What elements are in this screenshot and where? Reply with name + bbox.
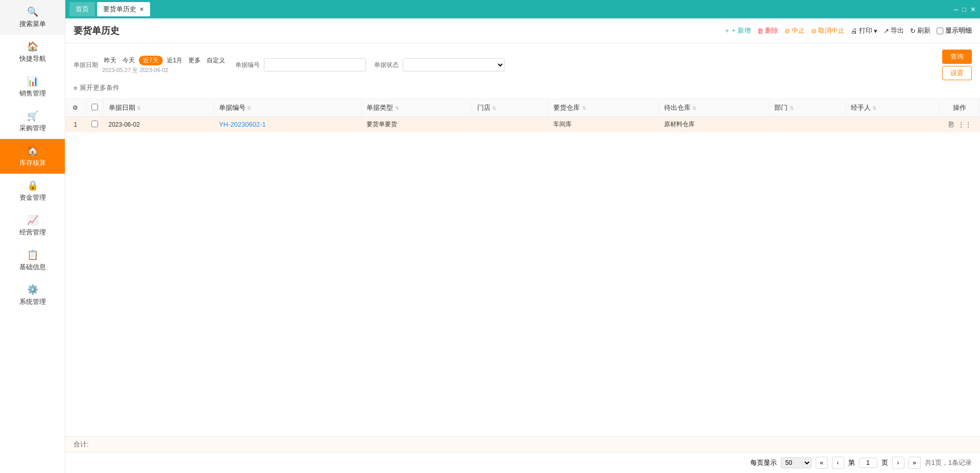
last-page-button[interactable]: »	[909, 457, 921, 469]
delete-button[interactable]: 🗑 删除	[757, 26, 778, 35]
sidebar-item-quick-nav[interactable]: 🏠 快捷导航	[0, 35, 65, 69]
refresh-button[interactable]: ↻ 刷新	[910, 26, 930, 35]
sales-icon: 📊	[27, 76, 38, 87]
page-size-select[interactable]: 50 100 200	[781, 457, 812, 468]
purchase-icon: 🛒	[27, 110, 38, 122]
sort-icon-pending-warehouse: ⇅	[692, 105, 696, 111]
col-pending-warehouse[interactable]: 待出仓库 ⇅	[658, 99, 769, 117]
new-label: + 新增	[732, 26, 751, 35]
tab-requisition-history[interactable]: 要货单历史 ✕	[97, 2, 150, 16]
system-icon: ⚙️	[27, 284, 38, 295]
sidebar-item-purchase[interactable]: 🛒 采购管理	[0, 104, 65, 139]
export-label: 导出	[891, 26, 904, 35]
row-doc-date: 2023-06-02	[103, 117, 213, 132]
table-header-row: ⚙ 单据日期 ⇅ 单据编号 ⇅ 单据类型	[65, 99, 980, 117]
status-select[interactable]	[403, 58, 505, 72]
print-icon: 🖨	[851, 27, 857, 35]
date-yesterday[interactable]: 昨天	[102, 56, 118, 65]
stop-button[interactable]: ⊘ 中止	[785, 26, 805, 35]
refresh-icon: ↻	[910, 27, 916, 35]
date-shortcuts-row: 昨天 今天 近7天 近1月 更多 自定义	[102, 56, 227, 65]
sort-icon-store: ⇅	[492, 105, 496, 111]
table-row: 1 2023-06-02 YH-20230602-1 要货单要货 车间库 原材料…	[65, 117, 980, 132]
col-doc-no[interactable]: 单据编号 ⇅	[213, 99, 361, 117]
col-operation: 操作	[939, 99, 980, 117]
col-department[interactable]: 部门 ⇅	[769, 99, 846, 117]
date-today[interactable]: 今天	[120, 56, 137, 65]
date-1month[interactable]: 近1月	[165, 56, 185, 65]
cancel-stop-label: 取消中止	[818, 26, 845, 35]
close-window-icon[interactable]: ✕	[970, 6, 976, 13]
tab-close-icon[interactable]: ✕	[139, 6, 144, 13]
sidebar-item-search-menu[interactable]: 🔍 搜索菜单	[0, 0, 65, 35]
sidebar-item-finance[interactable]: 🔒 资金管理	[0, 174, 65, 208]
settings-button[interactable]: 设置	[942, 66, 972, 80]
maximize-icon[interactable]: □	[962, 6, 966, 13]
select-all-checkbox[interactable]	[91, 104, 98, 110]
filter-area: 单据日期 昨天 今天 近7天 近1月 更多 自定义 2023-05-27 至 2…	[65, 43, 980, 99]
sidebar-item-sales[interactable]: 📊 销售管理	[0, 69, 65, 104]
expand-more-btn[interactable]: ≡ 展开更多条件	[74, 83, 972, 92]
pagination: 每页显示 50 100 200 « ‹ 第 页 › » 共1页，1条记录	[65, 452, 980, 473]
cancel-stop-button[interactable]: ⊘ 取消中止	[811, 26, 845, 35]
doc-no-input[interactable]	[264, 58, 366, 72]
col-req-warehouse[interactable]: 要货仓库 ⇅	[548, 99, 658, 117]
minimize-icon[interactable]: ─	[953, 6, 958, 13]
export-button[interactable]: ↗ 导出	[884, 26, 904, 35]
sidebar-item-basic-info[interactable]: 📋 基础信息	[0, 243, 65, 278]
finance-icon: 🔒	[27, 180, 38, 191]
op-icons: 🖹 ⋮⋮	[944, 121, 974, 129]
print-button[interactable]: 🖨 打印 ▾	[851, 26, 877, 35]
sidebar-item-operations[interactable]: 📈 经营管理	[0, 208, 65, 243]
row-doc-no[interactable]: YH-20230602-1	[213, 117, 361, 132]
sidebar-item-inventory[interactable]: 🏠 库存核算	[0, 139, 65, 174]
doc-no-link[interactable]: YH-20230602-1	[219, 121, 266, 128]
col-handler[interactable]: 经手人 ⇅	[845, 99, 939, 117]
tab-home[interactable]: 首页	[69, 2, 95, 16]
date-more[interactable]: 更多	[186, 56, 203, 65]
total-info: 共1页，1条记录	[925, 458, 972, 467]
row-store	[472, 117, 548, 132]
status-filter-group: 单据状态	[374, 58, 505, 72]
print-dropdown-icon: ▾	[874, 27, 877, 35]
first-page-button[interactable]: «	[816, 457, 828, 469]
new-button[interactable]: ＋ + 新增	[724, 26, 751, 35]
date-7days[interactable]: 近7天	[139, 56, 163, 65]
sidebar-item-label: 基础信息	[19, 263, 46, 272]
cancel-stop-icon: ⊘	[811, 27, 817, 35]
query-button[interactable]: 查询	[942, 50, 972, 64]
page-label: 第	[848, 458, 855, 467]
col-store[interactable]: 门店 ⇅	[472, 99, 548, 117]
col-settings[interactable]: ⚙	[65, 99, 86, 117]
date-custom[interactable]: 自定义	[205, 56, 227, 65]
sidebar: 🔍 搜索菜单 🏠 快捷导航 📊 销售管理 🛒 采购管理 🏠 库存核算 🔒 资金管…	[0, 0, 65, 473]
sidebar-item-system[interactable]: ⚙️ 系统管理	[0, 278, 65, 313]
content-area: 要货单历史 ＋ + 新增 🗑 删除 ⊘ 中止 ⊘ 取消中止	[65, 18, 980, 473]
date-shortcuts: 昨天 今天 近7天 近1月 更多 自定义 2023-05-27 至 2023-0…	[102, 56, 227, 74]
display-detail-checkbox[interactable]	[937, 28, 943, 34]
row-department	[769, 117, 846, 132]
summary-label: 合计:	[74, 440, 89, 449]
row-checkbox[interactable]	[91, 121, 98, 127]
sort-icon-req-warehouse: ⇅	[582, 105, 586, 111]
delete-icon: 🗑	[757, 27, 764, 35]
data-table: ⚙ 单据日期 ⇅ 单据编号 ⇅ 单据类型	[65, 99, 980, 132]
sidebar-item-label: 搜索菜单	[19, 19, 46, 29]
page-number-input[interactable]	[859, 458, 877, 468]
operations-icon: 📈	[27, 215, 38, 226]
col-doc-type[interactable]: 单据类型 ⇅	[361, 99, 472, 117]
col-checkbox	[86, 99, 103, 117]
display-detail-toggle[interactable]: 显示明细	[937, 26, 972, 35]
new-icon: ＋	[724, 26, 730, 35]
page-header: 要货单历史 ＋ + 新增 🗑 删除 ⊘ 中止 ⊘ 取消中止	[65, 18, 980, 43]
sidebar-item-label: 库存核算	[19, 158, 46, 168]
table-wrapper: ⚙ 单据日期 ⇅ 单据编号 ⇅ 单据类型	[65, 99, 980, 436]
expand-icon: ≡	[74, 84, 78, 92]
prev-page-button[interactable]: ‹	[832, 457, 844, 469]
next-page-button[interactable]: ›	[892, 457, 904, 469]
more-icon[interactable]: ⋮⋮	[958, 121, 972, 129]
view-icon[interactable]: 🖹	[947, 121, 954, 129]
col-doc-date[interactable]: 单据日期 ⇅	[103, 99, 213, 117]
row-checkbox-cell[interactable]	[86, 117, 103, 132]
row-operation: 🖹 ⋮⋮	[939, 117, 980, 132]
